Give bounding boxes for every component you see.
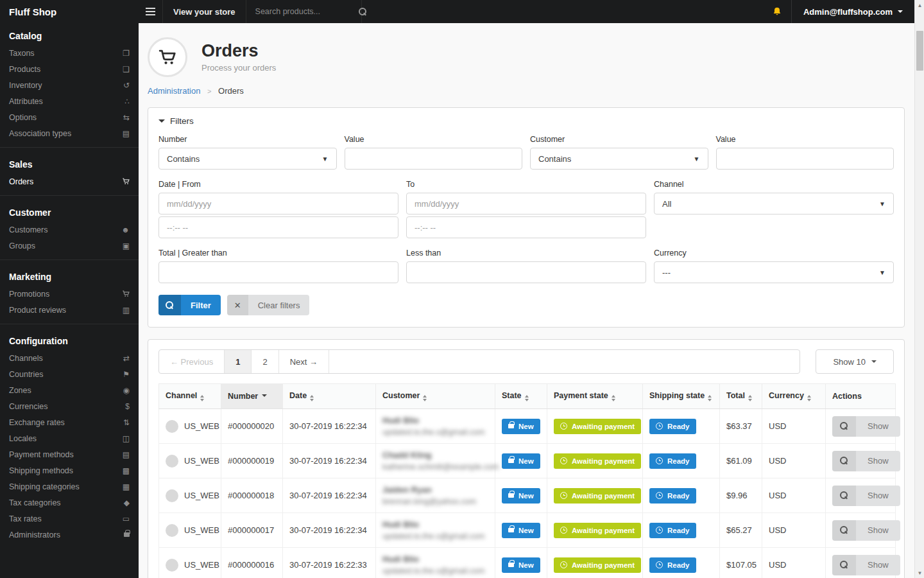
time-from-input[interactable] <box>158 216 398 238</box>
pagination-item-1[interactable]: 1 <box>225 350 252 373</box>
pagination-item-2[interactable]: 2 <box>252 350 278 373</box>
channel-code: US_WEB <box>184 491 219 500</box>
channel-avatar <box>166 524 178 537</box>
time-to-input[interactable] <box>406 216 646 238</box>
sidebar-item-promotions[interactable]: Promotions <box>0 286 139 302</box>
scroll-up-arrow-icon[interactable]: ▲ <box>915 0 924 10</box>
brand-logo[interactable]: Fluff Shop <box>0 0 139 23</box>
column-header-customer[interactable]: Customer <box>376 384 495 409</box>
select-caret-icon: ▼ <box>694 155 700 162</box>
sidebar-item-administrators[interactable]: Administrators <box>0 527 139 543</box>
customer-value-input[interactable] <box>716 148 894 170</box>
show-order-button[interactable]: Show <box>832 555 900 575</box>
cell-actions: Show <box>826 444 896 478</box>
channel-avatar <box>166 559 178 572</box>
sidebar-item-label: Customers <box>9 225 47 234</box>
date-to-input[interactable] <box>406 193 646 215</box>
clear-filters-button[interactable]: ✕ Clear filters <box>227 295 310 315</box>
chevron-down-icon <box>871 360 877 365</box>
notifications-bell-icon[interactable] <box>763 0 791 23</box>
cell-currency: USD <box>762 478 826 513</box>
scroll-down-arrow-icon[interactable]: ▼ <box>915 568 924 578</box>
breadcrumb-administration-link[interactable]: Administration <box>148 86 200 96</box>
sidebar-item-channels[interactable]: Channels⇄ <box>0 350 139 366</box>
sidebar-item-locales[interactable]: Locales◫ <box>0 430 139 446</box>
column-header-channel[interactable]: Channel <box>159 384 221 409</box>
currency-select[interactable]: --- ▼ <box>654 261 894 283</box>
cell-total: $63.37 <box>720 409 762 444</box>
column-header-state[interactable]: State <box>495 384 547 409</box>
sidebar-item-taxons[interactable]: Taxons❐ <box>0 45 139 61</box>
column-header-number[interactable]: Number <box>221 384 283 409</box>
sidebar-item-options[interactable]: Options⇆ <box>0 109 139 125</box>
column-header-total[interactable]: Total <box>720 384 762 409</box>
scrollbar-thumb[interactable] <box>916 31 923 71</box>
sort-icon <box>748 395 752 401</box>
date-from-input[interactable] <box>158 193 398 215</box>
sidebar-item-association-types[interactable]: Association types▤ <box>0 125 139 141</box>
sidebar-item-icon: ▭ <box>123 515 130 523</box>
badge-label: Awaiting payment <box>572 492 635 500</box>
sidebar-item-shipping-methods[interactable]: Shipping methods▩ <box>0 462 139 478</box>
sidebar-item-exchange-rates[interactable]: Exchange rates⇅ <box>0 414 139 430</box>
filter-number-value-label: Value <box>345 135 523 144</box>
pagination-item-next[interactable]: Next → <box>279 350 329 373</box>
column-label: Channel <box>166 391 197 400</box>
sidebar-item-label: Administrators <box>9 530 60 539</box>
sidebar-item-product-reviews[interactable]: Product reviews▥ <box>0 302 139 318</box>
sort-icon <box>525 395 529 401</box>
show-order-button[interactable]: Show <box>832 416 900 437</box>
users-icon: ☻ <box>121 226 130 234</box>
channel-code: US_WEB <box>184 525 219 535</box>
badge-label: Awaiting payment <box>572 561 635 569</box>
sidebar-item-orders[interactable]: Orders <box>0 173 139 189</box>
show-order-button[interactable]: Show <box>832 520 900 541</box>
sidebar-item-payment-methods[interactable]: Payment methods▤ <box>0 446 139 462</box>
show-button-label: Show <box>856 555 900 575</box>
sidebar-item-inventory[interactable]: Inventory↺ <box>0 77 139 93</box>
sidebar-item-groups[interactable]: Groups▣ <box>0 238 139 254</box>
cell-customer: Hudi Blioupdated.to.the.s@gmail.com <box>376 548 495 578</box>
sidebar-item-shipping-categories[interactable]: Shipping categories▦ <box>0 478 139 495</box>
vertical-scrollbar[interactable]: ▲ ▼ <box>914 0 924 578</box>
cell-customer: Hudi Blioupdated.to.the.s@gmail.com <box>376 513 495 548</box>
show-order-button[interactable]: Show <box>832 486 900 506</box>
sidebar-item-tax-categories[interactable]: Tax categories◆ <box>0 495 139 511</box>
customer-operator-select[interactable]: Contains ▼ <box>530 148 708 170</box>
number-operator-select[interactable]: Contains ▼ <box>158 148 337 170</box>
column-header-date[interactable]: Date <box>283 384 376 409</box>
customer-name-blurred: Jaiden Ryan <box>382 485 488 495</box>
sidebar-item-attributes[interactable]: Attributes∴ <box>0 93 139 109</box>
column-header-payment-state[interactable]: Payment state <box>547 384 643 409</box>
sidebar-item-products[interactable]: Products❑ <box>0 61 139 77</box>
number-value-input[interactable] <box>345 148 523 170</box>
badge-label: Awaiting payment <box>572 457 635 465</box>
money-icon: ▭ <box>123 515 130 523</box>
admin-account-menu[interactable]: Admin@fluffshop.com <box>791 0 914 23</box>
cell-total: $61.09 <box>720 444 762 478</box>
column-header-shipping-state[interactable]: Shipping state <box>643 384 720 409</box>
breadcrumb: Administration > Orders <box>148 86 905 96</box>
filters-toggle[interactable]: Filters <box>158 116 894 126</box>
sidebar-item-currencies[interactable]: Currencies$ <box>0 398 139 414</box>
breadcrumb-current: Orders <box>218 86 244 96</box>
channel-select[interactable]: All ▼ <box>654 193 894 215</box>
customer-email-blurred: katherine.schmitt@example.com <box>382 462 488 471</box>
cell-currency: USD <box>762 513 826 548</box>
status-badge-new: New <box>502 523 540 538</box>
hamburger-menu-icon[interactable] <box>139 0 163 23</box>
show-per-page-button[interactable]: Show 10 <box>816 349 894 374</box>
total-less-input[interactable] <box>406 261 646 283</box>
product-search-input[interactable] <box>255 7 359 16</box>
sidebar-item-tax-rates[interactable]: Tax rates▭ <box>0 511 139 527</box>
view-store-link[interactable]: View your store <box>163 0 246 23</box>
sidebar-item-zones[interactable]: Zones◉ <box>0 382 139 398</box>
sidebar-item-customers[interactable]: Customers☻ <box>0 222 139 238</box>
total-greater-input[interactable] <box>158 261 398 283</box>
table-row: US_WEB#00000002030-07-2019 16:22:34Hudi … <box>159 409 896 444</box>
sidebar-item-countries[interactable]: Countries⚑ <box>0 366 139 382</box>
show-order-button[interactable]: Show <box>832 451 900 471</box>
column-header-currency[interactable]: Currency <box>762 384 826 409</box>
filter-button[interactable]: Filter <box>158 295 221 315</box>
cell-date: 30-07-2019 16:22:34 <box>283 409 376 444</box>
